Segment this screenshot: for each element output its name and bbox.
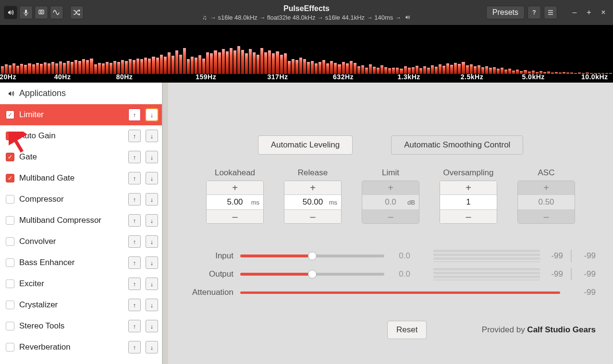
shuffle-button[interactable] [70,6,84,19]
spectrum-tick-label: 1.3kHz [397,73,420,81]
move-down-button[interactable]: ↓ [146,235,158,248]
stepper[interactable]: +50.00ms– [284,181,342,224]
effect-row-auto-gain[interactable]: ✓Auto Gain↑↓ [0,125,162,146]
mic-tab-button[interactable] [19,6,33,19]
spectrum-bar [12,63,15,74]
effect-row-bass-enhancer[interactable]: ✓Bass Enhancer↑↓ [0,252,162,273]
step-up-button[interactable]: + [440,181,497,194]
maximize-button[interactable]: + [583,7,595,18]
automatic-smoothing-button[interactable]: Automatic Smoothing Control [391,135,523,155]
minimize-button[interactable]: – [569,7,580,18]
move-down-button[interactable]: ↓ [146,109,158,121]
move-up-button[interactable]: ↑ [128,193,141,206]
effect-row-limiter[interactable]: ✓Limiter↑↓ [0,104,162,125]
step-value[interactable]: 5.00ms [207,194,263,210]
effect-checkbox[interactable]: ✓ [6,153,14,161]
effect-row-crystalizer[interactable]: ✓Crystalizer↑↓ [0,294,162,315]
move-up-button[interactable]: ↑ [128,320,141,332]
effect-checkbox[interactable]: ✓ [6,132,14,140]
header-bar: PulseEffects ♫ → s16le 48.0kHz → float32… [0,0,613,25]
effect-checkbox[interactable]: ✓ [6,216,14,225]
spectrum-bar [175,50,178,74]
move-up-button[interactable]: ↑ [128,235,141,248]
move-up-button[interactable]: ↑ [128,130,141,142]
spectrum-bar [187,59,190,74]
move-up-button[interactable]: ↑ [128,341,141,353]
spectrum-bar [48,63,50,74]
effect-checkbox[interactable]: ✓ [6,195,14,204]
spectrum-bar [446,63,449,74]
step-unit: ms [329,199,337,206]
meter-separator [571,268,572,280]
effect-checkbox[interactable]: ✓ [6,174,14,182]
step-up-button[interactable]: + [284,181,341,194]
spectrum-bar [106,62,109,74]
step-value[interactable]: 1 [440,194,497,210]
effect-checkbox[interactable]: ✓ [6,279,14,288]
effect-row-multiband-compressor[interactable]: ✓Multiband Compressor↑↓ [0,210,162,231]
move-down-button[interactable]: ↓ [146,320,158,332]
stepper[interactable]: +1– [440,181,497,224]
effect-checkbox[interactable]: ✓ [6,258,14,267]
move-down-button[interactable]: ↓ [146,214,158,227]
step-down-button[interactable]: – [207,210,263,223]
effect-row-reverberation[interactable]: ✓Reverberation↑↓ [0,337,162,358]
move-up-button[interactable]: ↑ [128,278,141,290]
spectrum-bar [284,53,287,74]
effect-checkbox[interactable]: ✓ [6,343,14,352]
spectrum-bar [164,57,167,74]
spectrum-bar [113,61,116,74]
effect-checkbox[interactable]: ✓ [6,301,14,309]
move-up-button[interactable]: ↑ [128,299,141,311]
effect-checkbox[interactable]: ✓ [6,110,14,119]
presets-button[interactable]: Presets [486,6,525,19]
attenuation-row: Attenuation -99 [185,283,596,302]
slider-knob[interactable] [308,270,317,279]
step-up-button[interactable]: + [207,181,263,194]
effects-sidebar: Applications ✓Limiter↑↓✓Auto Gain↑↓✓Gate… [0,83,162,364]
move-up-button[interactable]: ↑ [128,109,141,121]
spectrum-bar [458,64,461,74]
effect-checkbox[interactable]: ✓ [6,322,14,330]
effect-row-convolver[interactable]: ✓Convolver↑↓ [0,231,162,252]
step-value[interactable]: 50.00ms [284,194,341,210]
applications-header[interactable]: Applications [0,83,162,104]
move-down-button[interactable]: ↓ [146,151,158,163]
move-up-button[interactable]: ↑ [128,256,141,269]
spectrum-bar [148,59,151,74]
move-up-button[interactable]: ↑ [128,151,141,163]
slider-knob[interactable] [308,252,317,260]
wave-button[interactable] [50,6,63,19]
move-down-button[interactable]: ↓ [146,130,158,142]
sidebar-scrollbar[interactable] [162,83,168,364]
spectrum-bar [214,50,217,74]
move-down-button[interactable]: ↓ [146,299,158,311]
effect-row-gate[interactable]: ✓Gate↑↓ [0,146,162,168]
reset-button[interactable]: Reset [387,321,427,339]
output-slider[interactable] [240,273,384,276]
stepper[interactable]: +5.00ms– [206,181,264,224]
move-down-button[interactable]: ↓ [146,172,158,184]
move-up-button[interactable]: ↑ [128,214,141,227]
effect-label: Gate [19,152,123,162]
move-down-button[interactable]: ↓ [146,341,158,353]
move-down-button[interactable]: ↓ [146,256,158,269]
webcam-tab-button[interactable] [35,6,48,19]
effect-row-stereo-tools[interactable]: ✓Stereo Tools↑↓ [0,315,162,337]
move-up-button[interactable]: ↑ [128,172,141,184]
menu-button[interactable] [544,6,557,19]
effect-checkbox[interactable]: ✓ [6,237,14,246]
step-down-button[interactable]: – [284,210,341,223]
spectrum-bar [257,55,259,74]
speaker-tab-button[interactable] [4,6,17,19]
effect-row-multiband-gate[interactable]: ✓Multiband Gate↑↓ [0,168,162,189]
input-slider[interactable] [240,255,384,257]
close-window-button[interactable]: × [598,7,609,18]
effect-row-compressor[interactable]: ✓Compressor↑↓ [0,189,162,210]
about-button[interactable]: ? [527,6,541,19]
move-down-button[interactable]: ↓ [146,278,158,290]
step-down-button[interactable]: – [440,210,497,223]
effect-row-exciter[interactable]: ✓Exciter↑↓ [0,273,162,294]
automatic-leveling-button[interactable]: Automatic Leveling [258,135,353,155]
move-down-button[interactable]: ↓ [146,193,158,206]
